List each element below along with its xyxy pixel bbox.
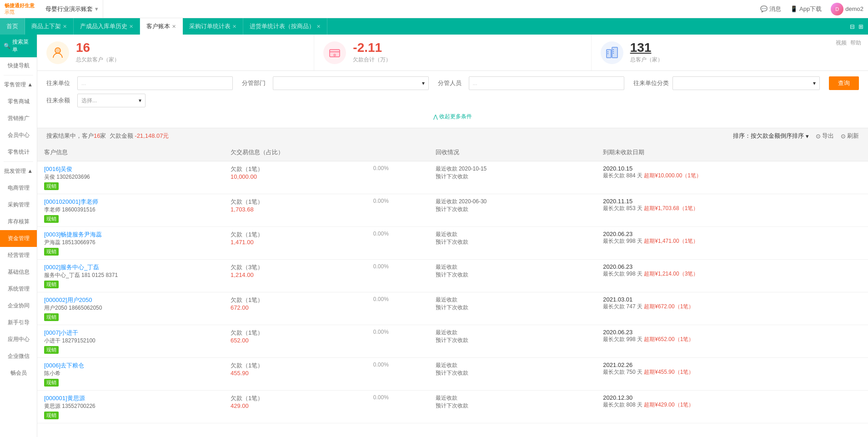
overdue-amount[interactable]: 超期¥672.00（1笔） [644, 303, 694, 310]
close-icon[interactable]: ✕ [172, 24, 176, 30]
stat-icon-debt [323, 41, 346, 64]
sidebar-item-quick-nav[interactable]: 快捷导航 [0, 57, 37, 74]
overdue-amount[interactable]: 超期¥1,214.00（3笔） [644, 271, 698, 277]
store-selector[interactable]: 母婴行业演示账套 ▾ [41, 0, 103, 18]
sidebar-item-ecommerce[interactable]: 电商管理 [0, 180, 37, 196]
dropdown-icon-3: ▾ [139, 97, 141, 104]
customer-name-link[interactable]: [0001020001]李老师 [44, 198, 217, 206]
debt-amount[interactable]: 1,703.68 [231, 206, 360, 213]
cell-due-date: 2021.03.01 最长欠款 747 天 超期¥672.00（1笔） [596, 292, 868, 325]
customer-name-link[interactable]: [000001]黄思源 [44, 394, 217, 402]
app-download-btn[interactable]: 📱 App下载 [790, 5, 822, 13]
filter-dept: 分管部门 ▾ [242, 76, 428, 90]
refresh-btn[interactable]: ⊙ 刷新 [841, 132, 859, 140]
last-collection: 最近收款 [436, 296, 561, 304]
debt-amount[interactable]: 429.00 [231, 402, 360, 409]
sidebar-item-purchase-management[interactable]: 采购管理 [0, 196, 37, 213]
sidebar-item-member-center[interactable]: 会员中心 [0, 127, 37, 144]
sidebar-item-newbie[interactable]: 新手引导 [0, 314, 37, 331]
svg-point-0 [55, 48, 60, 53]
tab-home[interactable]: 首页 [0, 18, 25, 35]
close-icon[interactable]: ✕ [63, 24, 67, 30]
sidebar-divider [4, 75, 33, 75]
table-row: [0016]吴俊 吴俊 13026203696 现销 欠款（1笔） 10,000… [37, 161, 868, 194]
cell-debt-info: 欠款（1笔） 1,703.68 [224, 194, 366, 227]
stat-number-1: 16 [76, 41, 120, 54]
dept-select[interactable]: ▾ [273, 76, 428, 90]
cell-debt-info: 欠款（1笔） 652.00 [224, 325, 366, 358]
sidebar-item-retail-stats[interactable]: 零售统计 [0, 144, 37, 161]
customer-name-link[interactable]: [000002]用户2050 [44, 296, 217, 304]
window-minimize-icon[interactable]: ⊟ [850, 23, 855, 30]
overdue-amount[interactable]: 超期¥1,703.68（1笔） [644, 205, 698, 211]
cell-collection-last: 最近收款 预计下次收款 [429, 325, 567, 358]
tab-customer-account[interactable]: 客户账本 ✕ [140, 18, 183, 35]
close-icon[interactable]: ✕ [316, 24, 321, 30]
top-header: 畅捷通好生意 示范 母婴行业演示账套 ▾ 💬 消息 📱 App下载 D demo… [0, 0, 868, 18]
overdue-amount[interactable]: 超期¥455.90（1笔） [644, 369, 694, 375]
search-button[interactable]: 查询 [829, 76, 859, 90]
debt-amount[interactable]: 455.90 [231, 370, 360, 377]
video-btn[interactable]: 视频 [836, 39, 847, 47]
tab-production-history[interactable]: 产成品入库单历史 ✕ [74, 18, 140, 35]
vendor-input[interactable]: ... [77, 76, 233, 90]
user-menu[interactable]: D demo2 [831, 3, 863, 15]
sidebar-item-app-center[interactable]: 应用中心 [0, 331, 37, 348]
next-collection: 预计下次收款 [436, 206, 561, 213]
th-customer-info: 客户信息 [37, 144, 224, 161]
overdue-amount[interactable]: 超期¥10,000.00（1笔） [644, 172, 702, 179]
sidebar-item-marketing[interactable]: 营销推广 [0, 110, 37, 127]
th-due-date: 到期未收款日期 [596, 144, 868, 161]
cell-due-date: 2020.06.23 最长欠款 998 天 超期¥1,214.00（3笔） [596, 260, 868, 292]
customer-name-link[interactable]: [0006]去下粮仓 [44, 362, 217, 370]
th-collection: 回收情况 [429, 144, 567, 161]
sidebar-item-retail-management[interactable]: 零售管理 ▲ [0, 76, 37, 93]
sidebar-item-finance[interactable]: 资金管理 [0, 230, 37, 247]
sidebar-item-inventory[interactable]: 库存核算 [0, 213, 37, 230]
cell-collection-empty [567, 260, 596, 292]
message-btn[interactable]: 💬 消息 [760, 5, 781, 13]
debt-amount[interactable]: 10,000.00 [231, 173, 360, 180]
collapse-btn[interactable]: ⋀ 收起更多条件 [433, 113, 472, 121]
phone-icon: 📱 [790, 5, 798, 12]
category-select[interactable]: ▾ [672, 76, 820, 90]
sort-label: 排序：按欠款金额倒序排序 [733, 132, 804, 140]
max-debt-info: 最长欠款 808 天 超期¥429.00（1笔） [603, 401, 861, 409]
due-date-val: 2020.12.30 [603, 394, 861, 401]
search-menu-btn[interactable]: 🔍 搜索菜单 [0, 35, 37, 57]
customer-name-link[interactable]: [0016]吴俊 [44, 165, 217, 173]
sidebar-item-basic-info[interactable]: 基础信息 [0, 264, 37, 281]
customer-name-link[interactable]: [0002]服务中心_丁磊 [44, 263, 217, 271]
close-icon[interactable]: ✕ [232, 24, 236, 30]
filter-category: 往来单位分类 ▾ [633, 76, 820, 90]
person-input[interactable]: ... [469, 76, 624, 90]
debt-amount[interactable]: 1,214.00 [231, 271, 360, 278]
sidebar-item-enterprise-wechat[interactable]: 企业微信 [0, 348, 37, 365]
tab-products-onoff[interactable]: 商品上下架 ✕ [25, 18, 74, 35]
sidebar-item-operations[interactable]: 经营管理 [0, 247, 37, 264]
sidebar-item-enterprise[interactable]: 企业协同 [0, 297, 37, 314]
sidebar-item-retail-mall[interactable]: 零售商城 [0, 93, 37, 110]
export-btn[interactable]: ⊙ 导出 [816, 132, 834, 140]
help-btn[interactable]: 帮助 [850, 39, 861, 47]
cell-debt-percent: 0.00% [366, 358, 429, 391]
customer-name-link[interactable]: [0003]畅捷服务尹海蕊 [44, 231, 217, 239]
window-maximize-icon[interactable]: ⊞ [858, 23, 863, 30]
sidebar-item-chang-member[interactable]: 畅会员 [0, 365, 37, 382]
tab-purchase-stats[interactable]: 采购订单统计表 ✕ [183, 18, 243, 35]
debt-amount[interactable]: 1,471.00 [231, 239, 360, 246]
debt-amount[interactable]: 652.00 [231, 337, 360, 344]
tab-purchase-goods-stats[interactable]: 进货单统计表（按商品） ✕ [243, 18, 327, 35]
overdue-amount[interactable]: 超期¥652.00（1笔） [644, 336, 694, 342]
results-bar: 搜索结果中，客户16家 欠款金额 -21,148.07元 排序：按欠款金额倒序排… [37, 128, 868, 144]
close-icon[interactable]: ✕ [129, 24, 133, 30]
overdue-amount[interactable]: 超期¥429.00（1笔） [644, 402, 694, 408]
sidebar-item-wholesale-management[interactable]: 批发管理 ▲ [0, 163, 37, 180]
balance-select[interactable]: 选择... ▾ [77, 94, 146, 107]
sidebar-item-system[interactable]: 系统管理 [0, 281, 37, 297]
customer-name-link[interactable]: [0007]小进干 [44, 329, 217, 337]
sort-select[interactable]: 排序：按欠款金额倒序排序 ▾ [733, 132, 809, 140]
max-debt-days: 最长欠款 747 天 [603, 303, 644, 310]
debt-amount[interactable]: 672.00 [231, 304, 360, 311]
overdue-amount[interactable]: 超期¥1,471.00（1笔） [644, 238, 698, 244]
